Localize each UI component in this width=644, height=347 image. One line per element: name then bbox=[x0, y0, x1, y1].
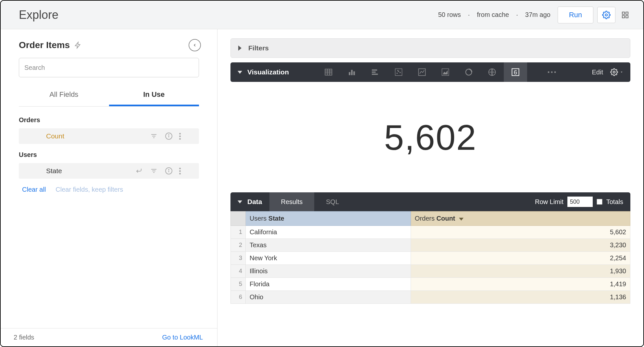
tab-all-fields[interactable]: All Fields bbox=[19, 84, 109, 106]
svg-point-32 bbox=[397, 70, 399, 71]
status-cache: from cache bbox=[477, 11, 509, 19]
td-count[interactable]: 1,136 bbox=[411, 291, 630, 304]
tab-results[interactable]: Results bbox=[269, 192, 315, 211]
td-rownum: 3 bbox=[231, 252, 246, 265]
status-rows: 50 rows bbox=[438, 11, 461, 19]
td-rownum: 6 bbox=[231, 291, 246, 304]
td-state[interactable]: Texas bbox=[246, 239, 411, 252]
collapse-sidebar-button[interactable] bbox=[189, 39, 201, 51]
search-input[interactable] bbox=[19, 58, 199, 77]
filter-icon[interactable] bbox=[149, 166, 158, 175]
caret-down-icon[interactable] bbox=[238, 200, 242, 203]
caret-right-icon bbox=[238, 45, 243, 51]
viz-edit-actions: Edit bbox=[592, 68, 623, 76]
run-button[interactable]: Run bbox=[558, 6, 593, 23]
sidebar: Order Items All Fields In Use bbox=[1, 29, 217, 346]
single-value-number: 5,602 bbox=[384, 117, 477, 158]
svg-rect-4 bbox=[626, 16, 628, 18]
td-count[interactable]: 2,254 bbox=[411, 252, 630, 265]
svg-point-0 bbox=[605, 14, 608, 16]
data-table: Users State Orders Count 1 California 5,… bbox=[230, 211, 630, 304]
table-row: 6 Ohio 1,136 bbox=[231, 291, 630, 304]
viz-settings-button[interactable] bbox=[610, 68, 623, 76]
viz-scatter-icon[interactable] bbox=[387, 62, 410, 82]
svg-rect-28 bbox=[395, 69, 402, 76]
svg-rect-1 bbox=[622, 12, 625, 14]
td-state[interactable]: California bbox=[246, 226, 411, 239]
table-row: 1 California 5,602 bbox=[231, 226, 630, 239]
th-users-state[interactable]: Users State bbox=[246, 212, 411, 226]
viz-line-icon[interactable] bbox=[410, 62, 434, 82]
td-state[interactable]: New York bbox=[246, 252, 411, 265]
viz-single-value-icon[interactable]: 6 bbox=[504, 62, 527, 82]
info-icon[interactable] bbox=[164, 132, 173, 141]
field-count[interactable]: Count bbox=[19, 128, 199, 144]
clear-fields-link[interactable]: Clear fields, keep filters bbox=[56, 186, 123, 193]
status-sep1: · bbox=[468, 11, 470, 19]
svg-point-29 bbox=[397, 73, 398, 74]
td-count[interactable]: 3,230 bbox=[411, 239, 630, 252]
tab-sql[interactable]: SQL bbox=[314, 192, 351, 211]
viz-bar-icon[interactable] bbox=[340, 62, 364, 82]
svg-rect-27 bbox=[372, 74, 378, 75]
td-state[interactable]: Illinois bbox=[246, 265, 411, 278]
svg-rect-22 bbox=[349, 72, 351, 75]
dashboard-grid-button[interactable] bbox=[620, 10, 630, 20]
chevron-left-icon bbox=[192, 43, 197, 47]
td-state[interactable]: Florida bbox=[246, 278, 411, 291]
svg-rect-25 bbox=[372, 70, 377, 71]
th-meas-prefix: Orders bbox=[415, 215, 437, 222]
field-state[interactable]: State bbox=[19, 163, 199, 179]
kebab-icon[interactable] bbox=[179, 133, 181, 140]
viz-donut-icon[interactable] bbox=[457, 62, 480, 82]
th-meas-name: Count bbox=[437, 215, 455, 222]
single-value-viz: 5,602 bbox=[230, 82, 630, 192]
tab-in-use[interactable]: In Use bbox=[109, 84, 199, 106]
data-label: Data bbox=[247, 198, 262, 206]
settings-button[interactable] bbox=[597, 7, 615, 23]
filters-bar[interactable]: Filters bbox=[230, 38, 630, 58]
svg-point-41 bbox=[554, 71, 556, 73]
pivot-icon[interactable] bbox=[134, 166, 143, 175]
kebab-icon[interactable] bbox=[179, 168, 181, 174]
svg-point-39 bbox=[548, 71, 549, 73]
status-sep2: · bbox=[516, 11, 518, 19]
sidebar-title-text: Order Items bbox=[19, 40, 70, 50]
viz-area-icon[interactable] bbox=[434, 62, 457, 82]
footer-field-count: 2 fields bbox=[14, 334, 34, 341]
row-limit-input[interactable] bbox=[567, 197, 593, 207]
topbar: Explore 50 rows · from cache · 37m ago R… bbox=[1, 1, 643, 29]
visualization-bar: Visualization 6 Edit bbox=[230, 62, 630, 82]
td-count[interactable]: 1,930 bbox=[411, 265, 630, 278]
viz-table-icon[interactable] bbox=[317, 62, 340, 82]
td-count[interactable]: 1,419 bbox=[411, 278, 630, 291]
viz-edit-button[interactable]: Edit bbox=[592, 69, 603, 76]
svg-point-40 bbox=[551, 71, 552, 73]
table-row: 3 New York 2,254 bbox=[231, 252, 630, 265]
viz-column-icon[interactable] bbox=[364, 62, 387, 82]
td-state[interactable]: Ohio bbox=[246, 291, 411, 304]
field-count-label: Count bbox=[46, 132, 149, 140]
go-to-lookml-link[interactable]: Go to LookML bbox=[162, 334, 203, 341]
table-header-row: Users State Orders Count bbox=[231, 212, 630, 226]
th-dim-name: State bbox=[268, 215, 284, 222]
viz-more-icon[interactable] bbox=[540, 62, 564, 82]
caret-down-icon[interactable] bbox=[238, 71, 242, 74]
viz-map-icon[interactable] bbox=[480, 62, 504, 82]
th-orders-count[interactable]: Orders Count bbox=[411, 212, 630, 226]
td-count[interactable]: 5,602 bbox=[411, 226, 630, 239]
totals-label: Totals bbox=[606, 198, 623, 206]
clear-all-link[interactable]: Clear all bbox=[22, 186, 46, 193]
totals-checkbox[interactable] bbox=[597, 199, 602, 205]
filter-icon[interactable] bbox=[149, 132, 158, 141]
info-icon[interactable] bbox=[164, 166, 173, 175]
svg-point-42 bbox=[613, 71, 615, 73]
gear-icon bbox=[602, 11, 611, 19]
sort-desc-icon bbox=[459, 218, 464, 221]
filters-label: Filters bbox=[248, 44, 269, 52]
field-state-actions bbox=[134, 166, 181, 175]
svg-rect-23 bbox=[351, 70, 353, 75]
visualization-label: Visualization bbox=[247, 68, 289, 76]
svg-rect-17 bbox=[325, 69, 332, 75]
field-tabs: All Fields In Use bbox=[19, 84, 199, 107]
